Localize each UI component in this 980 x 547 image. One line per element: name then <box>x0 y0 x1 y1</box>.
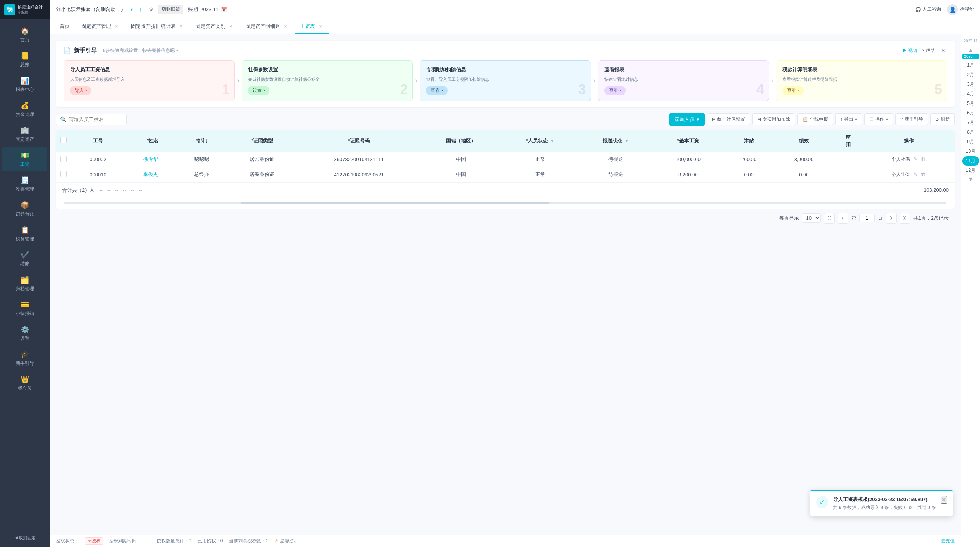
guide-header: 📄 新手引导 5步快速完成设置，快去完善信息吧 ~ ▶ 视频 ? 帮助 <box>64 47 947 54</box>
cal-month-8[interactable]: 8月 <box>962 127 979 137</box>
warning-label: ⚠ 温馨提示 <box>274 538 298 544</box>
cal-down-btn[interactable]: ▼ <box>967 175 975 183</box>
refresh-btn[interactable]: ↺ 刷新 <box>930 113 955 125</box>
settings-gear-icon[interactable]: ⚙ <box>149 7 154 12</box>
op-social-1[interactable]: 个人社保 <box>892 172 910 177</box>
video-link[interactable]: ▶ 视频 <box>902 47 917 54</box>
calendar-header: 2023.11 <box>964 38 977 46</box>
select-all-checkbox[interactable] <box>60 137 67 143</box>
tab-close-fixed-assets-detail[interactable]: × <box>283 23 289 29</box>
cal-month-12[interactable]: 12月 <box>962 166 979 175</box>
op-edit-0[interactable]: ✎ <box>913 156 918 162</box>
cal-month-9[interactable]: 9月 <box>962 137 979 147</box>
cal-month-4[interactable]: 4月 <box>962 89 979 99</box>
row-checkbox-1[interactable] <box>60 171 67 177</box>
cal-month-7[interactable]: 7月 <box>962 118 979 127</box>
sidebar-item-payroll[interactable]: 💵工资 <box>2 147 47 171</box>
tab-close-fixed-assets-category[interactable]: × <box>228 23 234 29</box>
sidebar-item-fixed-assets[interactable]: 🏢固定资产 <box>2 122 47 147</box>
scroll-bar[interactable] <box>64 202 946 204</box>
step-5-btn[interactable]: 查看 › <box>782 86 804 95</box>
export-btn[interactable]: ↑ 导出 ▾ <box>835 113 862 125</box>
refresh-icon: ↺ <box>935 117 939 122</box>
guide-step-arrow-3: › <box>591 60 598 101</box>
calendar-icon[interactable]: 📅 <box>221 7 227 12</box>
row-deduct <box>833 167 863 182</box>
tab-close-payroll[interactable]: × <box>317 23 323 29</box>
next-page-btn[interactable]: ⟩ <box>886 213 897 224</box>
cal-month-5[interactable]: 5月 <box>962 99 979 108</box>
page-size-select[interactable]: 10 20 50 <box>802 213 821 223</box>
sidebar-item-invoices[interactable]: 🧾发票管理 <box>2 172 47 196</box>
sidebar-item-closing[interactable]: ✔️结账 <box>2 247 47 271</box>
add-account-btn[interactable]: ＋ <box>137 5 144 14</box>
last-page-btn[interactable]: ⟩⟩ <box>900 213 910 224</box>
cal-month-2[interactable]: 2月 <box>962 70 979 80</box>
search-input[interactable] <box>69 116 122 122</box>
guide-btn[interactable]: ? 新手引导 <box>895 113 928 125</box>
tab-fixed-assets-depreciation[interactable]: 固定资产折旧统计表× <box>126 20 189 34</box>
step-4-btn[interactable]: 查看 › <box>604 86 626 95</box>
op-delete-1[interactable]: 🗑 <box>921 171 926 177</box>
cal-month-1[interactable]: 1月 <box>962 60 979 70</box>
recharge-link[interactable]: 去充值 <box>941 538 955 544</box>
cal-month-11[interactable]: 11月 <box>962 156 979 166</box>
status-bar: 授权状态： 未授权 授权到期时间：—— 授权数量总计：0 已用授权：0 当前剩余… <box>50 535 961 547</box>
page-input[interactable] <box>859 214 875 222</box>
cancel-fixed-btn[interactable]: ◀取消固定 <box>0 533 50 543</box>
sidebar-item-funds[interactable]: 💰资金管理 <box>2 98 47 122</box>
tab-home[interactable]: 首页 <box>54 20 75 34</box>
cal-up-btn[interactable]: ▲ <box>967 46 975 54</box>
row-checkbox-0[interactable] <box>60 156 67 162</box>
sidebar-item-home[interactable]: 🏠首页 <box>2 23 47 47</box>
guide-close-btn[interactable]: ✕ <box>939 47 947 54</box>
account-dropdown-btn[interactable]: ▾ <box>131 7 133 12</box>
basic-wage-total: 103,200.00 <box>924 187 949 193</box>
sidebar-item-settings[interactable]: ⚙️设置 <box>2 322 47 346</box>
step-5-title: 税款计算明细表 <box>782 66 941 73</box>
support-btn[interactable]: 🎧 人工咨询 <box>915 6 941 13</box>
tab-fixed-assets[interactable]: 固定资产管理× <box>76 20 125 34</box>
sidebar-item-label: 资金管理 <box>16 111 34 118</box>
toast-close-btn[interactable]: ✕ <box>941 496 947 504</box>
step-2-title: 社保参数设置 <box>248 66 406 73</box>
tab-fixed-assets-detail[interactable]: 固定资产明细账× <box>240 20 294 34</box>
help-link[interactable]: ? 帮助 <box>922 47 935 54</box>
cal-month-6[interactable]: 6月 <box>962 108 979 118</box>
op-social-0[interactable]: 个人社保 <box>892 157 910 162</box>
sidebar-item-reports[interactable]: 📊报表中心 <box>2 73 47 97</box>
step-2-btn[interactable]: 设置 › <box>248 86 269 95</box>
step-1-btn[interactable]: 导入 › <box>70 86 91 95</box>
fixed-assets-icon: 🏢 <box>21 126 29 135</box>
sidebar-item-tax[interactable]: 📋税务管理 <box>2 222 47 246</box>
sidebar-item-expense[interactable]: 💳小畅报销 <box>2 297 47 321</box>
prev-page-btn[interactable]: ⟨ <box>838 213 848 224</box>
name-link-0[interactable]: 徐泽华 <box>143 156 158 162</box>
op-delete-0[interactable]: 🗑 <box>921 156 926 162</box>
tax-report-btn[interactable]: 📋 个税申报 <box>797 113 833 125</box>
sidebar-item-inventory[interactable]: 📦进销台账 <box>2 197 47 221</box>
op-edit-1[interactable]: ✎ <box>913 171 918 177</box>
sidebar-item-ledger[interactable]: 📒总账 <box>2 48 47 72</box>
tab-fixed-assets-category[interactable]: 固定资产类别× <box>190 20 239 34</box>
step-3-btn[interactable]: 查看 › <box>426 86 447 95</box>
step-3-title: 专项附加扣除信息 <box>426 66 584 73</box>
subsidy-btn[interactable]: ⊟ 专项附加扣除 <box>752 113 795 125</box>
sidebar-item-guide[interactable]: 🎓新手引导 <box>2 346 47 371</box>
tab-close-fixed-assets-depreciation[interactable]: × <box>178 23 184 29</box>
avatar: 👤 <box>947 4 958 15</box>
tab-close-fixed-assets[interactable]: × <box>113 23 119 29</box>
version-switch-btn[interactable]: 切到旧版 <box>158 5 183 14</box>
sidebar-item-archive[interactable]: 🗂️归档管理 <box>2 272 47 296</box>
name-link-1[interactable]: 李俊杰 <box>143 171 158 177</box>
row-nationality: 中国 <box>420 152 501 167</box>
cal-month-10[interactable]: 10月 <box>962 147 979 156</box>
cal-month-3[interactable]: 3月 <box>962 80 979 89</box>
sidebar-item-member[interactable]: 👑畅会员 <box>2 371 47 395</box>
add-employee-btn[interactable]: 添加人员 ▾ <box>669 113 705 126</box>
social-insurance-btn[interactable]: ⊞ 统一社保设置 <box>707 113 750 125</box>
operation-btn[interactable]: ☰ 操作 ▾ <box>864 113 893 125</box>
user-menu[interactable]: 👤 徐泽华 <box>947 4 974 15</box>
tab-payroll[interactable]: 工资表× <box>295 20 329 34</box>
first-page-btn[interactable]: ⟨⟨ <box>824 213 835 224</box>
